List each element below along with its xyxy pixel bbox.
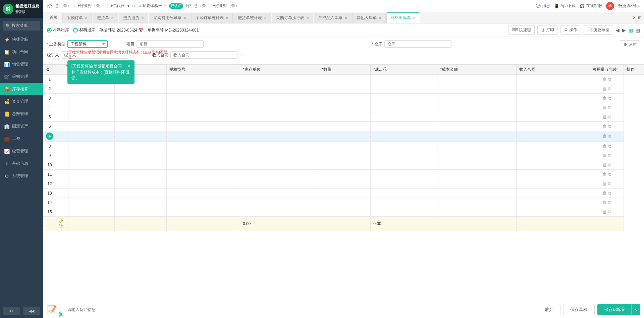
cell-cost-amount[interactable]: [371, 122, 437, 131]
cell-income-contract[interactable]: [437, 198, 516, 207]
delete-icon[interactable]: 🗑: [602, 209, 607, 214]
cell-project[interactable]: [56, 189, 68, 198]
cell-unit[interactable]: [166, 142, 240, 151]
online-service-button[interactable]: 🎧 在线客服: [580, 3, 602, 9]
cell-project[interactable]: [56, 103, 68, 112]
cell-cost-amount[interactable]: [371, 189, 437, 198]
cell-qty[interactable]: [240, 207, 319, 217]
cell-project[interactable]: [56, 170, 68, 179]
cell-name[interactable]: [68, 122, 115, 131]
cell-cost-amount[interactable]: [371, 207, 437, 217]
date-value[interactable]: 2023-03-24: [117, 28, 137, 33]
cell-unit-active[interactable]: [166, 131, 240, 142]
history-button[interactable]: 📄 历史单据: [584, 25, 613, 35]
delete-icon[interactable]: 🗑: [602, 144, 607, 149]
copy-icon[interactable]: ⧉: [608, 124, 611, 129]
sidebar-item-quick-nav[interactable]: ⚡ 快捷导航: [0, 33, 43, 46]
cell-available[interactable]: [516, 179, 590, 189]
topbar-link-2[interactable]: +好业财（普）: [77, 3, 104, 9]
copy-icon[interactable]: ⧉: [608, 162, 611, 167]
topbar-link-1[interactable]: 好生意（普）: [47, 3, 71, 9]
print-button[interactable]: 🖨 打印: [537, 25, 558, 35]
cell-name[interactable]: [68, 94, 115, 103]
cell-available[interactable]: [516, 160, 590, 170]
copy-icon[interactable]: ⧉: [608, 96, 611, 101]
tab-close-material-out[interactable]: ✕: [413, 16, 416, 20]
cell-unit[interactable]: [166, 198, 240, 207]
search-menu-button[interactable]: 🔍 搜索菜单: [3, 21, 40, 31]
cell-available[interactable]: [516, 189, 590, 198]
cell-income-contract[interactable]: [437, 151, 516, 160]
topbar-extra-3[interactable]: +...: [242, 4, 248, 8]
cell-qty[interactable]: [240, 84, 319, 94]
cell-unit[interactable]: [166, 160, 240, 170]
cell-available[interactable]: [516, 75, 590, 84]
cell-income-contract[interactable]: [437, 179, 516, 189]
cell-name[interactable]: [68, 84, 115, 94]
th-settings[interactable]: ⚙: [43, 65, 56, 75]
copy-icon[interactable]: ⧉: [608, 134, 611, 139]
income-contract-dots-button[interactable]: ···: [239, 53, 243, 57]
cell-available[interactable]: [516, 94, 590, 103]
cell-spec[interactable]: [115, 142, 166, 151]
cell-cost-amount[interactable]: [371, 112, 437, 122]
cell-project[interactable]: [56, 94, 68, 103]
cell-income-contract-active[interactable]: [437, 131, 516, 142]
cell-project[interactable]: [56, 122, 68, 131]
cell-cost-price[interactable]: [319, 198, 371, 207]
copy-icon[interactable]: ⧉: [608, 144, 611, 149]
cell-qty[interactable]: [240, 170, 319, 179]
tab-close-purchase-exec[interactable]: ✕: [306, 16, 309, 20]
cell-qty[interactable]: [240, 179, 319, 189]
cell-project[interactable]: [56, 142, 68, 151]
collapse-button[interactable]: ◀◀: [23, 307, 40, 315]
shortcut-key-button[interactable]: ⌨ 快捷键: [508, 25, 535, 35]
cell-name-active[interactable]: [68, 131, 115, 142]
cell-income-contract[interactable]: [437, 112, 516, 122]
cell-spec-active[interactable]: [115, 131, 166, 142]
cell-cost-amount[interactable]: [371, 198, 437, 207]
copy-icon[interactable]: ⧉: [608, 172, 611, 177]
tab-close-purchase-return[interactable]: ✕: [141, 16, 144, 20]
calendar-icon[interactable]: 📅: [139, 28, 144, 33]
sidebar-item-inventory[interactable]: 📦 库存核算: [0, 83, 43, 95]
sidebar-item-project-contract[interactable]: 📋 项目合同: [0, 46, 43, 58]
cell-unit[interactable]: [166, 112, 240, 122]
cell-cost-price[interactable]: [319, 75, 371, 84]
copy-icon[interactable]: ⧉: [608, 114, 611, 119]
cell-unit[interactable]: [166, 207, 240, 217]
cell-available-active[interactable]: [516, 131, 590, 142]
cell-income-contract[interactable]: [437, 189, 516, 198]
tab-purchase-in[interactable]: 进货单 ✕: [93, 13, 118, 23]
topbar-link-3[interactable]: +易代账: [110, 3, 125, 9]
cell-project[interactable]: [56, 151, 68, 160]
message-button[interactable]: 💬 消息: [536, 3, 550, 9]
cell-name[interactable]: [68, 207, 115, 217]
tab-purchase-fee[interactable]: 采购费用分摊单 ✕: [149, 13, 191, 23]
cell-income-contract[interactable]: [437, 122, 516, 131]
cell-cost-price[interactable]: [319, 142, 371, 151]
cell-spec[interactable]: [115, 122, 166, 131]
cell-income-contract[interactable]: [437, 160, 516, 170]
discard-button[interactable]: 放弃: [538, 304, 560, 315]
column-settings-button[interactable]: ⚙ 设置: [620, 40, 640, 49]
cell-cost-price[interactable]: [319, 160, 371, 170]
cell-spec[interactable]: [115, 112, 166, 122]
cell-cost-price[interactable]: [319, 151, 371, 160]
cell-project[interactable]: [56, 75, 68, 84]
sidebar-item-purchase[interactable]: 🛒 采购管理: [0, 70, 43, 83]
layout-btn-2[interactable]: ▤: [636, 28, 640, 33]
cell-unit[interactable]: [166, 84, 240, 94]
cell-income-contract[interactable]: [437, 94, 516, 103]
sidebar-item-payroll[interactable]: 💼 工资: [0, 132, 43, 145]
topbar-dropdown[interactable]: ▾: [127, 4, 129, 8]
cell-qty-active[interactable]: [240, 131, 319, 142]
copy-icon[interactable]: ⧉: [608, 200, 611, 205]
cell-cost-amount[interactable]: [371, 151, 437, 160]
cell-name[interactable]: [68, 112, 115, 122]
cell-qty[interactable]: [240, 75, 319, 84]
cell-cost-amount[interactable]: [371, 160, 437, 170]
tab-material-out[interactable]: 材料出库单 ✕: [386, 12, 420, 23]
cell-qty[interactable]: [240, 94, 319, 103]
cell-cost-amount[interactable]: [371, 84, 437, 94]
